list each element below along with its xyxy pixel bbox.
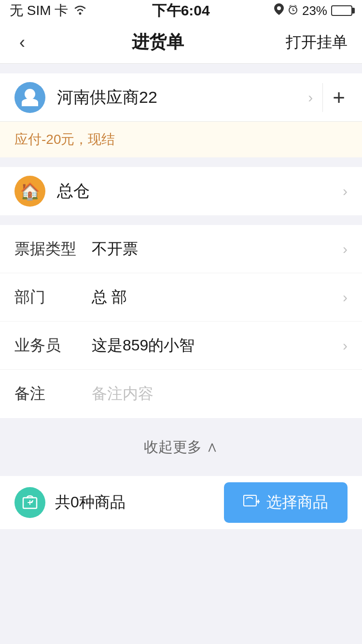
form-section: 票据类型 不开票 › 部门 总 部 › 业务员 这是859的小智 › 备注 备注… xyxy=(0,225,362,418)
invoice-chevron-icon: › xyxy=(343,241,348,257)
dept-label: 部门 xyxy=(14,287,82,308)
dept-row[interactable]: 部门 总 部 › xyxy=(0,273,362,322)
note-label: 备注 xyxy=(14,383,82,405)
salesperson-chevron-icon: › xyxy=(343,337,348,354)
svg-point-0 xyxy=(79,13,82,15)
avatar-person-icon xyxy=(21,89,39,106)
supplier-avatar xyxy=(14,82,45,113)
warehouse-row[interactable]: 🏠 总仓 › xyxy=(0,167,362,215)
status-time: 下午6:04 xyxy=(152,1,210,21)
bottom-bar: 共0种商品 选择商品 xyxy=(0,476,362,529)
add-supplier-button[interactable]: + xyxy=(322,83,348,112)
dept-chevron-icon: › xyxy=(343,289,348,306)
collapse-row[interactable]: 收起更多 ∧ xyxy=(0,428,362,466)
nav-bar: ‹ 进货单 打开挂单 xyxy=(0,21,362,64)
collapse-label: 收起更多 ∧ xyxy=(144,437,218,457)
status-bar: 无 SIM 卡 下午6:04 23 xyxy=(0,0,362,21)
svg-line-5 xyxy=(290,5,291,6)
warehouse-icon-wrap: 🏠 xyxy=(14,176,45,207)
select-product-button[interactable]: 选择商品 xyxy=(224,482,348,523)
select-product-label: 选择商品 xyxy=(266,492,328,513)
note-input[interactable]: 备注内容 xyxy=(82,383,348,405)
salesperson-row[interactable]: 业务员 这是859的小智 › xyxy=(0,322,362,370)
note-row[interactable]: 备注 备注内容 xyxy=(0,370,362,418)
status-carrier: 无 SIM 卡 xyxy=(10,1,87,20)
carrier-text: 无 SIM 卡 xyxy=(10,1,68,20)
invoice-label: 票据类型 xyxy=(14,238,82,260)
dept-value: 总 部 xyxy=(82,287,343,308)
invoice-value: 不开票 xyxy=(82,238,343,260)
notice-text: 应付-20元，现结 xyxy=(14,132,115,147)
svg-point-1 xyxy=(277,6,281,10)
remaining-background xyxy=(0,529,362,644)
open-pending-button[interactable]: 打开挂单 xyxy=(286,32,348,53)
supplier-chevron-icon: › xyxy=(308,89,313,106)
warehouse-chevron-icon: › xyxy=(343,183,348,199)
product-count: 共0种商品 xyxy=(55,492,224,513)
salesperson-label: 业务员 xyxy=(14,335,82,356)
svg-line-6 xyxy=(295,5,296,6)
section-gap-1 xyxy=(0,64,362,73)
salesperson-value: 这是859的小智 xyxy=(82,335,343,356)
svg-rect-10 xyxy=(244,495,256,506)
location-icon xyxy=(274,3,284,18)
battery-icon xyxy=(331,5,352,16)
select-product-icon xyxy=(243,493,260,512)
shopping-bag-icon xyxy=(21,492,39,513)
product-icon-wrap xyxy=(14,487,45,518)
section-gap-2 xyxy=(0,157,362,167)
nav-title: 进货单 xyxy=(132,30,184,54)
supplier-row[interactable]: 河南供应商22 › + xyxy=(0,73,362,122)
alarm-icon xyxy=(288,3,298,18)
status-indicators: 23% xyxy=(274,3,352,18)
notice-banner: 应付-20元，现结 xyxy=(0,122,362,157)
warehouse-name: 总仓 xyxy=(57,180,343,202)
back-button[interactable]: ‹ xyxy=(14,28,30,57)
wifi-icon xyxy=(73,3,87,18)
house-icon: 🏠 xyxy=(20,182,40,201)
invoice-row[interactable]: 票据类型 不开票 › xyxy=(0,225,362,273)
supplier-section: 河南供应商22 › + 应付-20元，现结 xyxy=(0,73,362,157)
supplier-name: 河南供应商22 xyxy=(57,86,308,109)
battery-percent: 23% xyxy=(302,3,327,18)
